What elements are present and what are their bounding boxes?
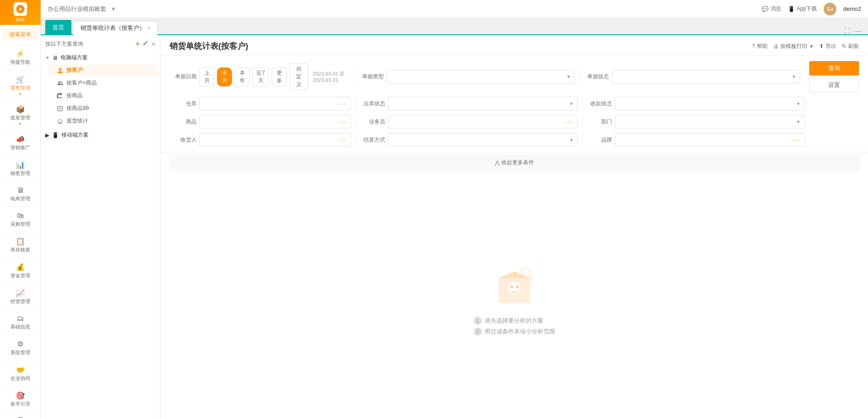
filter-department-label: 部门 [587,118,612,126]
filter-out-status-select[interactable]: ▼ [388,97,578,110]
filter-cell-settlement: 结算方式 ▼ [360,133,578,147]
sidebar-item-operation[interactable]: 📈 经营管理 [0,284,40,310]
scheme-item-by-goods99[interactable]: 按商品99 [47,102,158,114]
filter-cell-brand: 品牌 ··· [587,133,805,147]
topbar-title: 办公用品行业模拟账套 [47,5,106,13]
svg-line-9 [530,277,533,280]
scheme-item-customer-goods[interactable]: 按客户+商品 [47,77,158,89]
filter-doc-status-select[interactable]: ▼ [612,70,800,84]
sidebar-item-wholesale[interactable]: 📦 批发管理 [0,100,40,130]
tab-active[interactable]: 销货单统计表（按客户） × [73,21,158,35]
help-button[interactable]: ? 帮助 [752,43,768,50]
action-buttons-area: 查询 设置 [809,61,859,92]
svg-point-6 [516,285,518,288]
filter-date-this-year[interactable]: 本年 [235,67,250,86]
avatar[interactable]: Ea [824,3,836,15]
print-button[interactable]: 🖨 按模板打印 ▼ [773,43,814,50]
topbar-dropdown-icon[interactable]: ▼ [111,6,116,12]
filter-cell-doc-status: 单据状态 ▼ [584,70,800,84]
search-menu-button[interactable]: 搜索菜单 [2,28,38,41]
scheme-item-return-stats[interactable]: 退货统计 [47,115,158,127]
sidebar-item-sales[interactable]: 📊 销售管理 [0,156,40,182]
sidebar-item-inventory[interactable]: 📋 库存核算 [0,233,40,258]
filter-department-select[interactable]: ▼ [615,115,805,128]
empty-state: 1 请先选择要分析的方案 2 用过滤条件来缩小分析范围 [160,173,868,418]
sidebar-item-apps[interactable]: 📱 应用中心 [0,413,40,418]
topbar: 办公用品行业模拟账套 ▼ 💬 消息 📱 App下载 Ea demo2 [41,0,868,18]
filter-date-this-month[interactable]: 本月 [217,67,232,86]
scheme-group-desktop-header[interactable]: ▼ 🖥 电脑端方案 [41,52,160,64]
sidebar-item-marketing[interactable]: 📣 营销推广 [0,130,40,156]
tab-close-icon[interactable]: × [148,25,151,30]
scheme-collapse-button[interactable]: « [151,40,156,48]
filter-warehouse-select[interactable]: ··· [199,97,351,110]
sidebar-logo[interactable]: 标橙 [0,0,41,25]
sidebar-item-enterprise[interactable]: 🤝 企业协同 [0,361,40,387]
tab-active-label: 销货单统计表（按客户） [80,24,145,32]
sidebar-item-label-system: 系统管理 [10,349,30,356]
filter-goods-dots: ··· [339,118,347,125]
filter-date-last-month[interactable]: 上月 [199,67,214,86]
tab-home[interactable]: 首页 [45,20,71,34]
sidebar-item-basic[interactable]: 🗂 基础信息 [0,310,40,335]
filter-date-last7[interactable]: 近7天 [252,67,269,86]
sidebar-item-label-marketing: 营销推广 [10,144,30,151]
sidebar-item-label-enterprise: 企业协同 [10,375,30,382]
sidebar-item-label-retail: 零售管理 [10,85,30,91]
filter-goods-select[interactable]: ··· [199,115,351,128]
main-content: 办公用品行业模拟账套 ▼ 💬 消息 📱 App下载 Ea demo2 首页 销货… [41,0,868,418]
query-button[interactable]: 查询 [809,61,859,76]
sidebar-item-label-wholesale: 批发管理 [10,114,30,121]
filter-receiver-select[interactable]: ··· [199,133,351,147]
sidebar-item-newbie[interactable]: 🎯 新手引导 [0,387,40,413]
message-button[interactable]: 💬 消息 [762,5,781,13]
filter-payment-status-select[interactable]: ▼ [615,97,805,110]
sidebar-item-label-sales: 销售管理 [10,170,30,177]
filter-salesperson-select[interactable]: ··· [388,115,578,128]
scheme-item-icon-return [57,118,64,125]
scheme-item-by-customer[interactable]: 按客户 [47,64,158,76]
filter-payment-status-arrow: ▼ [796,101,801,106]
settings-button[interactable]: 设置 [809,78,859,92]
tab-restore-icon[interactable]: ⛶ [842,27,853,34]
filter-warehouse-dots: ··· [339,100,347,107]
filter-settlement-select[interactable]: ▼ [388,133,578,147]
message-icon: 💬 [762,6,769,12]
sidebar-item-purchase[interactable]: 🛍 采购管理 [0,207,40,233]
filter-cell-salesperson: 业务员 ··· [360,115,578,128]
scheme-edit-button[interactable] [142,40,149,48]
collapse-label: 收起更多条件 [501,159,534,166]
newbie-icon: 🎯 [16,391,25,400]
export-button[interactable]: ⬆ 导出 [819,43,836,50]
tip-text-1: 请先选择要分析的方案 [485,317,543,325]
app-download-button[interactable]: 📱 App下载 [788,5,817,13]
divider6 [582,115,583,128]
sidebar-item-ecommerce[interactable]: 🖥 电商管理 [0,182,40,207]
scheme-add-button[interactable]: + [136,40,140,48]
sidebar-search[interactable]: 搜索菜单 [0,25,40,45]
print-icon: 🖨 [773,43,778,49]
scheme-item-by-goods[interactable]: 按商品 [47,90,158,102]
scheme-item-icon-customer-goods [57,80,64,87]
filter-doc-type-select[interactable]: ▼ [387,70,575,84]
filter-brand-select[interactable]: ··· [615,133,805,147]
scheme-group-toggle-icon: ▼ [45,55,50,60]
sidebar-item-system[interactable]: ⚙ 系统管理 [0,335,40,361]
sidebar-item-quick[interactable]: ⚡ 快捷导航 [0,45,40,71]
filter-brand-dots: ··· [793,136,801,143]
sales-icon: 📊 [16,161,25,169]
refresh-button[interactable]: ↻ 刷新 [842,43,859,50]
filter-date-more[interactable]: 更多 [272,67,287,86]
sidebar-item-retail[interactable]: 🛒 零售管理 [0,71,40,100]
scheme-panel-title: 按以下方案查询 [45,40,83,48]
operation-icon: 📈 [16,289,25,297]
print-label: 按模板打印 [780,43,807,50]
scheme-group-mobile-header[interactable]: ▶ 📱 移动端方案 [41,129,160,141]
scheme-item-label-goods99: 按商品99 [66,104,89,112]
filter-date-custom[interactable]: 自定义 [289,63,308,90]
sidebar-item-finance[interactable]: 💰 资金管理 [0,258,40,284]
tab-minimize-icon[interactable]: — [853,27,863,34]
print-dropdown-icon: ▼ [809,44,814,49]
collapse-more-button[interactable]: ⋀ 收起更多条件 [170,155,859,171]
filter-date-group: 上月 本月 本年 近7天 更多 自定义 2023-03-01 至 2023-03… [199,63,349,90]
